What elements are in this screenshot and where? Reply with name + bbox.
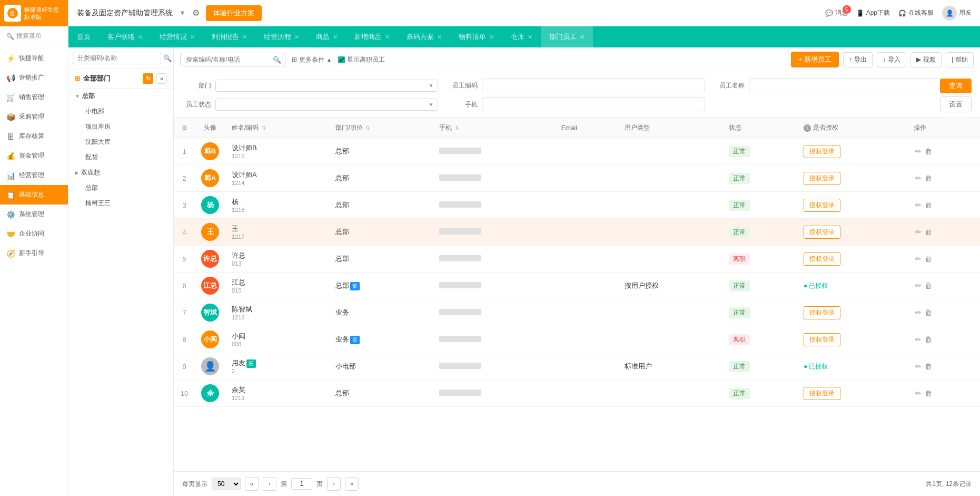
last-page-btn[interactable]: » <box>345 477 359 491</box>
edit-button[interactable]: ✏ <box>915 147 922 155</box>
row-auth[interactable]: 授权登录 <box>797 326 907 353</box>
app-download-btn[interactable]: 📱 App下载 <box>856 8 890 17</box>
sidebar-item-system[interactable]: ⚙️系统管理 <box>0 205 68 224</box>
tree-search-input[interactable] <box>73 52 161 64</box>
tab-operation-status[interactable]: 经营情况✕ <box>151 26 203 47</box>
close-tab-warehouse[interactable]: ✕ <box>528 34 532 41</box>
import-button[interactable]: ↓导入 <box>877 52 906 67</box>
user-menu[interactable]: 👤 用友 <box>942 6 972 21</box>
tab-profit[interactable]: 利润报告✕ <box>203 26 255 47</box>
delete-button[interactable]: 🗑 <box>925 335 932 344</box>
row-auth[interactable]: 授权登录 <box>797 246 907 273</box>
filter-phone-input[interactable] <box>482 98 705 111</box>
tree-refresh-btn[interactable]: ↻ <box>143 73 153 84</box>
filter-emp-code-input[interactable] <box>482 79 705 92</box>
help-button[interactable]: |帮助 <box>946 52 974 67</box>
col-dept-header[interactable]: 部门/职位 ⇅ <box>329 118 433 138</box>
filter-emp-status-select[interactable]: ▼ <box>215 99 438 111</box>
sidebar-item-guide[interactable]: 🧭新手引导 <box>0 244 68 263</box>
first-page-btn[interactable]: « <box>245 477 259 491</box>
search-icon-btn[interactable]: 🔍 <box>273 56 281 64</box>
edit-button[interactable]: ✏ <box>915 255 922 263</box>
row-auth[interactable]: 授权登录 <box>797 299 907 326</box>
delete-button[interactable]: 🗑 <box>925 281 932 290</box>
edit-button[interactable]: ✏ <box>915 201 922 209</box>
col-settings[interactable]: ⚙ <box>174 118 195 138</box>
page-input[interactable] <box>291 478 312 490</box>
edit-button[interactable]: ✏ <box>915 174 922 182</box>
tree-node-project-storage[interactable]: 项目库房 <box>68 119 173 134</box>
tab-warehouse[interactable]: 仓库✕ <box>502 26 541 47</box>
auth-login-button[interactable]: 授权登录 <box>804 172 840 185</box>
tree-search-icon[interactable]: 🔍 <box>163 54 172 62</box>
filter-dept-select[interactable]: ▼ <box>215 80 438 92</box>
sidebar-item-quick-nav[interactable]: ⚡快捷导航 <box>0 48 68 68</box>
tab-history[interactable]: 经营历程✕ <box>255 26 308 47</box>
delete-button[interactable]: 🗑 <box>925 362 932 371</box>
show-resigned-checkbox[interactable] <box>338 56 345 63</box>
tree-node-shuangluxiang[interactable]: ▶ 双鹿想 <box>68 165 173 180</box>
topbar-settings-icon[interactable]: ⚙ <box>192 8 200 18</box>
next-page-btn[interactable]: › <box>327 477 341 491</box>
filter-emp-name-input[interactable] <box>749 79 972 92</box>
tab-dept-emp[interactable]: 部门员工✕ <box>541 26 593 47</box>
sidebar-item-operation[interactable]: 📊经营管理 <box>0 166 68 185</box>
close-tab-bom[interactable]: ✕ <box>489 34 494 41</box>
sidebar-item-sales[interactable]: 🛒销售管理 <box>0 87 68 107</box>
auth-login-button[interactable]: 授权登录 <box>804 145 840 158</box>
delete-button[interactable]: 🗑 <box>925 174 932 182</box>
tree-node-peihuo[interactable]: 配货 <box>68 150 173 165</box>
delete-button[interactable]: 🗑 <box>925 201 932 209</box>
edit-button[interactable]: ✏ <box>915 228 922 236</box>
edit-button[interactable]: ✏ <box>915 362 922 371</box>
auth-login-button[interactable]: 授权登录 <box>804 333 840 346</box>
edit-button[interactable]: ✏ <box>915 389 922 397</box>
row-auth[interactable]: 授权登录 <box>797 165 907 192</box>
auth-login-button[interactable]: 授权登录 <box>804 306 840 319</box>
close-tab-add-goods[interactable]: ✕ <box>385 34 390 41</box>
row-auth[interactable]: 授权登录 <box>797 192 907 219</box>
tab-add-goods[interactable]: 新增商品✕ <box>346 26 398 47</box>
delete-button[interactable]: 🗑 <box>925 389 932 397</box>
auth-login-button[interactable]: 授权登录 <box>804 252 840 266</box>
trial-button[interactable]: 体验行业方案 <box>206 5 262 21</box>
export-button[interactable]: ↑导出 <box>843 52 873 67</box>
delete-button[interactable]: 🗑 <box>925 228 932 236</box>
close-tab-operation-status[interactable]: ✕ <box>190 34 195 41</box>
auth-login-button[interactable]: 授权登录 <box>804 226 840 239</box>
prev-page-btn[interactable]: ‹ <box>263 477 276 491</box>
close-tab-history[interactable]: ✕ <box>294 34 299 41</box>
col-name-header[interactable]: 姓名/编码 ⇅ <box>225 118 329 138</box>
close-tab-goods[interactable]: ✕ <box>333 34 338 41</box>
edit-button[interactable]: ✏ <box>915 281 922 290</box>
row-auth[interactable]: 授权登录 <box>797 138 907 165</box>
tree-collapse-btn[interactable]: « <box>156 73 167 84</box>
row-auth[interactable]: 授权登录 <box>797 219 907 246</box>
sidebar-item-inventory[interactable]: 🗄库存核算 <box>0 127 68 146</box>
tab-bom[interactable]: 物料清单✕ <box>450 26 502 47</box>
close-tab-dept-emp[interactable]: ✕ <box>580 34 585 41</box>
tab-barcode[interactable]: 条码方案✕ <box>398 26 450 47</box>
sidebar-search[interactable]: 🔍 搜索菜单 <box>0 26 68 46</box>
view-button[interactable]: ▶视频 <box>910 52 942 67</box>
page-size-select[interactable]: 50 100 <box>212 478 241 490</box>
sidebar-item-marketing[interactable]: 📢营销推广 <box>0 68 68 87</box>
sidebar-item-finance[interactable]: 💰资金管理 <box>0 146 68 166</box>
close-tab-barcode[interactable]: ✕ <box>437 34 442 41</box>
sidebar-item-purchase[interactable]: 📦采购管理 <box>0 107 68 127</box>
row-auth[interactable]: 授权登录 <box>797 380 907 407</box>
edit-button[interactable]: ✏ <box>915 335 922 344</box>
search-input[interactable] <box>180 53 285 66</box>
auth-login-button[interactable]: 授权登录 <box>804 387 840 400</box>
sidebar-item-basic[interactable]: 📋基础信息 <box>0 185 68 205</box>
tree-node-zongbu[interactable]: 总部 <box>68 180 173 196</box>
col-phone-header[interactable]: 手机 ⇅ <box>433 118 555 138</box>
delete-button[interactable]: 🗑 <box>925 308 932 317</box>
tab-home[interactable]: 首页 <box>68 26 99 47</box>
tree-node-xiaodianbu[interactable]: 小电部 <box>68 104 173 119</box>
message-btn[interactable]: 💬 消息 5 <box>825 8 848 17</box>
edit-button[interactable]: ✏ <box>915 308 922 317</box>
auth-login-button[interactable]: 授权登录 <box>804 199 840 212</box>
tab-goods[interactable]: 商品✕ <box>308 26 346 47</box>
online-support-btn[interactable]: 🎧 在线客服 <box>898 8 934 17</box>
